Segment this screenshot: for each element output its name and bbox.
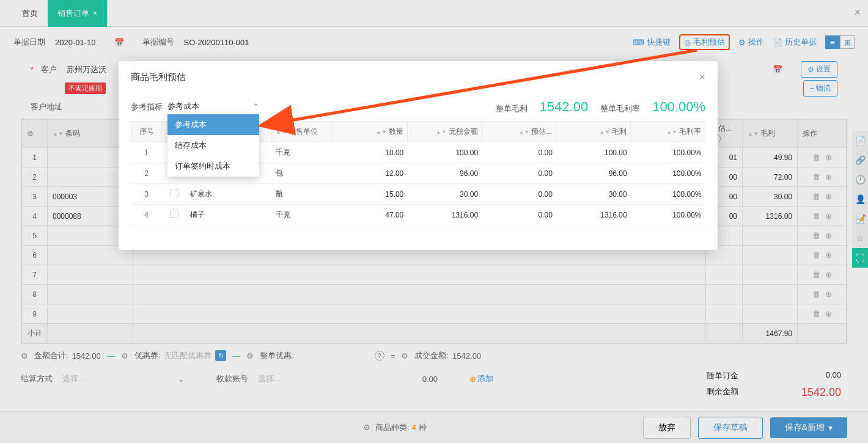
metric-label: 参考指标 [131,101,163,112]
cell-est: 0.00 [482,163,556,184]
profit-modal: 商品毛利预估 × 参考指标 参考成本 ⌃ 参考成本 结存成本 订单签约时成本 整… [119,61,718,250]
total-profit-label: 整单毛利 [496,103,528,114]
cell-amount: 100.00 [407,142,482,163]
cell-qty: 10.00 [333,142,408,163]
sort-icon: ▲▼ [276,130,287,134]
metric-totals: 整单毛利 1542.00 整单毛利率 100.00% [496,99,705,115]
cell-unit: 千克 [272,205,333,225]
col-amount[interactable]: ▲▼无税金额 [407,122,482,142]
cell-profit: 30.00 [556,184,631,205]
total-rate-value: 100.00% [652,99,705,115]
cell-est: 0.00 [482,142,556,163]
col-rate-label: 毛利率 [679,127,701,136]
cell-seq: 1 [131,142,162,163]
cell-unit: 包 [272,163,333,184]
sort-icon: ▲▼ [666,130,677,134]
sort-icon: ▲▼ [436,130,447,134]
modal-title: 商品毛利预估 [131,71,186,83]
col-est-label: 预估... [531,127,552,136]
col-unit-label: 销售单位 [289,127,318,136]
total-profit-value: 1542.00 [540,99,589,115]
cell-est: 0.00 [482,184,556,205]
chevron-up-icon: ⌃ [252,102,259,111]
modal-close-icon[interactable]: × [699,71,705,84]
cell-amount: 1316.00 [407,205,482,225]
sort-icon: ▲▼ [519,130,530,134]
sort-icon: ▲▼ [599,130,610,134]
cell-seq: 3 [131,184,162,205]
cell-seq: 4 [131,205,162,225]
cell-profit: 100.00 [556,142,631,163]
col-rate[interactable]: ▲▼毛利率 [631,122,705,142]
cell-qty: 15.00 [333,184,408,205]
cell-name: 矿泉水 [186,184,272,205]
cell-rate: 100.00% [631,163,705,184]
col-qty[interactable]: ▲▼数量 [333,122,408,142]
cell-checkbox[interactable] [162,184,186,205]
cell-profit: 96.00 [556,163,631,184]
cell-rate: 100.00% [631,205,705,225]
modal-header: 商品毛利预估 × [119,61,718,93]
metric-select[interactable]: 参考成本 ⌃ 参考成本 结存成本 订单签约时成本 [167,98,259,115]
cell-seq: 2 [131,163,162,184]
cell-est: 0.00 [482,205,556,225]
cell-amount: 96.00 [407,163,482,184]
col-amount-label: 无税金额 [449,127,478,136]
metric-dropdown: 参考成本 结存成本 订单签约时成本 [167,114,259,177]
metric-row: 参考指标 参考成本 ⌃ 参考成本 结存成本 订单签约时成本 整单毛利 1542.… [131,98,705,115]
cell-unit: 千克 [272,142,333,163]
col-qty-label: 数量 [389,127,403,136]
sort-icon: ▲▼ [376,130,387,134]
col-est[interactable]: ▲▼预估... [482,122,556,142]
table-row[interactable]: 3 矿泉水 瓶 15.00 30.00 0.00 30.00 100.00% [131,184,705,205]
cell-amount: 30.00 [407,184,482,205]
col-profit-label: 毛利 [612,127,627,136]
total-rate-label: 整单毛利率 [600,103,640,114]
cell-checkbox[interactable] [162,205,186,225]
cell-qty: 47.00 [333,205,408,225]
cell-name: 橘子 [186,205,272,225]
cell-rate: 100.00% [631,184,705,205]
checkbox-icon [170,210,178,218]
modal-body: 参考指标 参考成本 ⌃ 参考成本 结存成本 订单签约时成本 整单毛利 1542.… [119,93,718,250]
col-profit[interactable]: ▲▼毛利 [556,122,631,142]
cell-rate: 100.00% [631,142,705,163]
dropdown-option-2[interactable]: 订单签约时成本 [167,156,259,177]
metric-value: 参考成本 [167,101,199,112]
col-seq[interactable]: 序号 [131,122,162,142]
dropdown-option-0[interactable]: 参考成本 [167,114,259,135]
cell-unit: 瓶 [272,184,333,205]
cell-qty: 12.00 [333,163,408,184]
col-unit[interactable]: ▲▼销售单位 [272,122,333,142]
checkbox-icon [170,189,178,197]
dropdown-option-1[interactable]: 结存成本 [167,135,259,156]
table-row[interactable]: 4 橘子 千克 47.00 1316.00 0.00 1316.00 100.0… [131,205,705,225]
cell-profit: 1316.00 [556,205,631,225]
